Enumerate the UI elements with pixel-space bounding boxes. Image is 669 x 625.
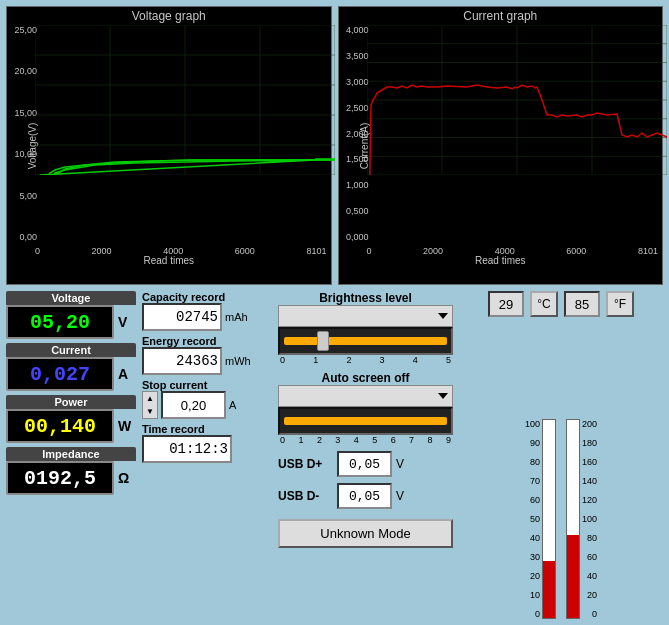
spinner-up[interactable]: ▲ bbox=[143, 392, 157, 405]
capacity-label: Capacity record bbox=[142, 291, 272, 303]
unknown-mode-button[interactable]: Unknown Mode bbox=[278, 519, 453, 548]
fahrenheit-unit-button[interactable]: °F bbox=[606, 291, 634, 317]
impedance-block: Impedance 0192,5 Ω bbox=[6, 447, 136, 495]
time-row bbox=[142, 435, 272, 463]
energy-block: Energy record mWh bbox=[142, 335, 272, 375]
impedance-label: Impedance bbox=[6, 447, 136, 461]
usb-dplus-row: USB D+ 0,05 V bbox=[278, 451, 453, 477]
auto-screen-dropdown[interactable] bbox=[278, 385, 453, 407]
brightness-arrow bbox=[438, 313, 448, 319]
brightness-dropdown[interactable] bbox=[278, 305, 453, 327]
auto-screen-label: Auto screen off bbox=[278, 371, 453, 385]
controls-section: Voltage 05,20 V Current 0,027 A bbox=[0, 285, 669, 625]
voltage-value-row: 05,20 V bbox=[6, 305, 136, 339]
current-y-ticks: 4,000 3,500 3,000 2,500 2,000 1,500 1,00… bbox=[341, 25, 369, 242]
current-graph-title: Current graph bbox=[339, 9, 663, 23]
usb-dminus-unit: V bbox=[396, 489, 404, 503]
time-input[interactable] bbox=[142, 435, 232, 463]
celsius-input[interactable] bbox=[488, 291, 524, 317]
fahrenheit-input[interactable] bbox=[564, 291, 600, 317]
celsius-fill bbox=[543, 561, 555, 618]
voltage-label: Voltage bbox=[6, 291, 136, 305]
power-unit: W bbox=[118, 418, 136, 434]
brightness-block: Brightness level 0 1 2 3 4 5 bbox=[278, 291, 453, 365]
capacity-row: mAh bbox=[142, 303, 272, 331]
brightness-label: Brightness level bbox=[278, 291, 453, 305]
energy-unit: mWh bbox=[225, 355, 251, 367]
voltage-graph: Voltage graph Voltage(V) Read times 25,0… bbox=[6, 6, 332, 285]
stop-current-block: Stop current ▲ ▼ A bbox=[142, 379, 272, 419]
left-panel: Voltage 05,20 V Current 0,027 A bbox=[6, 291, 136, 619]
current-label: Current bbox=[6, 343, 136, 357]
spinner-down[interactable]: ▼ bbox=[143, 405, 157, 418]
brightness-slider-container[interactable] bbox=[278, 327, 453, 355]
temp-controls-row: °C °F bbox=[488, 291, 634, 317]
power-block: Power 00,140 W bbox=[6, 395, 136, 443]
celsius-unit-button[interactable]: °C bbox=[530, 291, 558, 317]
thermometers-row: 100 90 80 70 60 50 40 30 20 10 0 bbox=[525, 321, 597, 619]
usb-dminus-display: 0,05 bbox=[337, 483, 392, 509]
fahrenheit-fill bbox=[567, 535, 579, 618]
current-x-label: Read times bbox=[339, 255, 663, 266]
usb-dminus-value: 0,05 bbox=[349, 489, 380, 504]
stop-current-spinner[interactable]: ▲ ▼ bbox=[142, 391, 158, 419]
impedance-value-row: 0192,5 Ω bbox=[6, 461, 136, 495]
power-label: Power bbox=[6, 395, 136, 409]
fahrenheit-bar bbox=[566, 419, 580, 619]
brightness-thumb[interactable] bbox=[317, 331, 329, 351]
middle-panel: Capacity record mAh Energy record mWh St… bbox=[142, 291, 272, 619]
usb-dplus-unit: V bbox=[396, 457, 404, 471]
power-display: 00,140 bbox=[6, 409, 114, 443]
current-display: 0,027 bbox=[6, 357, 114, 391]
power-value-row: 00,140 W bbox=[6, 409, 136, 443]
current-graph-svg bbox=[367, 25, 667, 175]
impedance-unit: Ω bbox=[118, 470, 136, 486]
auto-screen-slider-container[interactable] bbox=[278, 407, 453, 435]
auto-screen-arrow bbox=[438, 393, 448, 399]
usb-dminus-row: USB D- 0,05 V bbox=[278, 483, 453, 509]
current-x-ticks: 0 2000 4000 6000 8101 bbox=[367, 246, 659, 256]
auto-screen-track bbox=[284, 417, 447, 425]
power-value: 00,140 bbox=[24, 415, 96, 438]
celsius-bar bbox=[542, 419, 556, 619]
voltage-graph-title: Voltage graph bbox=[7, 9, 331, 23]
current-graph: Current graph Current(A) Read times 4,00… bbox=[338, 6, 664, 285]
impedance-value: 0192,5 bbox=[24, 467, 96, 490]
auto-screen-ticks: 0 1 2 3 4 5 6 7 8 9 bbox=[278, 435, 453, 445]
usb-dplus-label: USB D+ bbox=[278, 457, 333, 471]
stop-current-row: ▲ ▼ A bbox=[142, 391, 272, 419]
energy-row: mWh bbox=[142, 347, 272, 375]
celsius-scale: 100 90 80 70 60 50 40 30 20 10 0 bbox=[525, 419, 540, 619]
time-label: Time record bbox=[142, 423, 272, 435]
capacity-unit: mAh bbox=[225, 311, 248, 323]
voltage-y-ticks: 25,00 20,00 15,00 10,00 5,00 0,00 bbox=[9, 25, 37, 242]
current-value: 0,027 bbox=[30, 363, 90, 386]
voltage-block: Voltage 05,20 V bbox=[6, 291, 136, 339]
energy-label: Energy record bbox=[142, 335, 272, 347]
usb-dminus-label: USB D- bbox=[278, 489, 333, 503]
stop-current-input[interactable] bbox=[161, 391, 226, 419]
usb-dplus-display: 0,05 bbox=[337, 451, 392, 477]
fahrenheit-scale: 200 180 160 140 120 100 80 60 40 20 0 bbox=[582, 419, 597, 619]
stop-current-unit: A bbox=[229, 399, 236, 411]
energy-input[interactable] bbox=[142, 347, 222, 375]
usb-dplus-value: 0,05 bbox=[349, 457, 380, 472]
time-block: Time record bbox=[142, 423, 272, 463]
impedance-display: 0192,5 bbox=[6, 461, 114, 495]
brightness-track bbox=[284, 337, 447, 345]
brightness-ticks: 0 1 2 3 4 5 bbox=[278, 355, 453, 365]
current-value-row: 0,027 A bbox=[6, 357, 136, 391]
capacity-input[interactable] bbox=[142, 303, 222, 331]
fahrenheit-therm: 200 180 160 140 120 100 80 60 40 20 0 bbox=[566, 419, 597, 619]
current-unit: A bbox=[118, 366, 136, 382]
voltage-x-label: Read times bbox=[7, 255, 331, 266]
voltage-graph-svg bbox=[35, 25, 335, 175]
voltage-x-ticks: 0 2000 4000 6000 8101 bbox=[35, 246, 327, 256]
stop-current-label: Stop current bbox=[142, 379, 272, 391]
center-right-panel: Brightness level 0 1 2 3 4 5 bbox=[278, 291, 453, 619]
current-block: Current 0,027 A bbox=[6, 343, 136, 391]
capacity-block: Capacity record mAh bbox=[142, 291, 272, 331]
celsius-therm: 100 90 80 70 60 50 40 30 20 10 0 bbox=[525, 419, 556, 619]
main-container: Voltage graph Voltage(V) Read times 25,0… bbox=[0, 0, 669, 625]
voltage-display: 05,20 bbox=[6, 305, 114, 339]
